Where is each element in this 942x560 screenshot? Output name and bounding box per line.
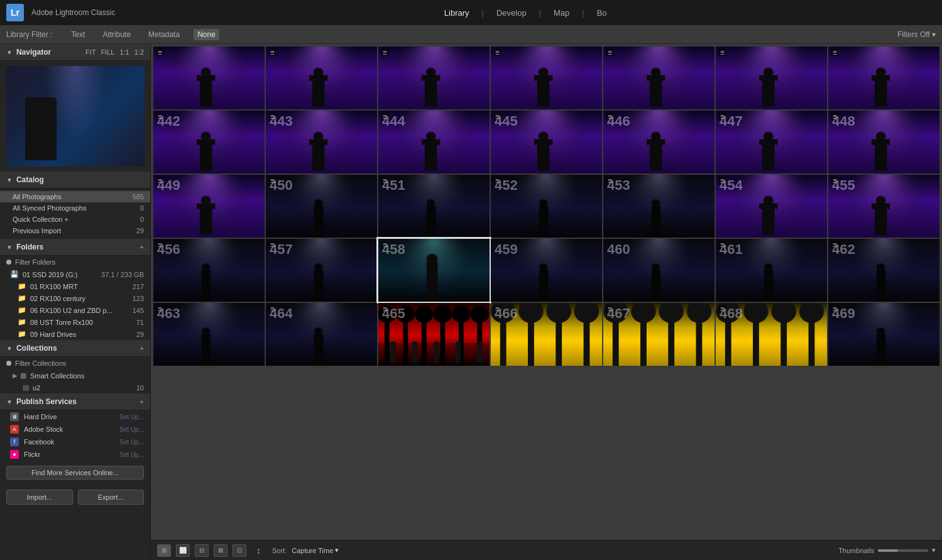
view-compare-btn[interactable]: ⊟ xyxy=(195,544,209,557)
flickr-icon: ● xyxy=(10,450,19,459)
catalog-quick-collection[interactable]: Quick Collection + 0 xyxy=(0,214,150,225)
zoom-1-1[interactable]: 1:1 xyxy=(119,48,129,56)
view-loupe-btn[interactable]: ⬜ xyxy=(176,544,190,557)
photo-cell-459[interactable]: 459 xyxy=(491,239,602,302)
filter-metadata[interactable]: Metadata xyxy=(145,29,183,40)
photo-cell-446[interactable]: 446☰ xyxy=(603,111,715,173)
photo-cell-453[interactable]: 453☰ xyxy=(603,175,715,238)
smart-collections[interactable]: ▶ ▦ Smart Collections xyxy=(0,370,150,382)
folder-rx100-century[interactable]: 📁 02 RX100 century 123 xyxy=(0,292,150,304)
badge-icon-444: ☰ xyxy=(383,114,387,120)
photo-cell-[interactable]: ☰ xyxy=(491,47,602,109)
photo-cell-445[interactable]: 445☰ xyxy=(491,111,602,173)
nav-develop[interactable]: Develop xyxy=(496,8,527,18)
export-button[interactable]: Export... xyxy=(78,490,145,505)
photo-cell-468[interactable]: 468☰ xyxy=(716,303,827,366)
folder-rx100-mrt[interactable]: 📁 01 RX100 MRT 217 xyxy=(0,280,150,292)
photo-cell-461[interactable]: 461☰ xyxy=(716,239,827,302)
view-people-btn[interactable]: ⊡ xyxy=(233,544,246,557)
filters-off[interactable]: Filters Off ▾ xyxy=(897,30,936,39)
photo-cell-447[interactable]: 447☰ xyxy=(716,111,827,173)
collections-add-btn[interactable]: + xyxy=(140,344,144,352)
photo-cell-458[interactable]: 458☰ xyxy=(378,239,490,302)
photo-thumb-456 xyxy=(153,239,265,302)
import-button[interactable]: Import... xyxy=(6,490,73,505)
sync-icon[interactable]: ↕ xyxy=(256,546,261,556)
photo-cell-465[interactable]: 465☰ xyxy=(378,303,490,366)
photo-cell-443[interactable]: 443☰ xyxy=(266,111,377,173)
sort-value[interactable]: Capture Time ▾ xyxy=(292,546,339,554)
publish-flickr-setup[interactable]: Set Up... xyxy=(119,451,144,458)
catalog-header[interactable]: ▼ Catalog xyxy=(0,172,150,189)
find-more-btn[interactable]: Find More Services Online... xyxy=(6,466,144,480)
folder-ust-torre[interactable]: 📁 08 UST Torre Rx100 71 xyxy=(0,316,150,328)
photo-cell-469[interactable]: 469☰ xyxy=(828,303,939,366)
publish-services-header[interactable]: ▼ Publish Services + xyxy=(0,393,150,410)
nav-map[interactable]: Map xyxy=(554,8,569,18)
sort-controls: Sort: Capture Time ▾ xyxy=(272,546,339,554)
photo-cell-464[interactable]: 464☰ xyxy=(266,303,377,366)
filter-text[interactable]: Text xyxy=(67,29,89,40)
photo-cell-[interactable]: ☰ xyxy=(603,47,715,109)
catalog-synced-photos[interactable]: All Synced Photographs 0 xyxy=(0,202,150,214)
publish-hd[interactable]: 🖥 Hard Drive Set Up... xyxy=(0,410,150,423)
view-grid-btn[interactable]: ⊞ xyxy=(157,544,171,557)
photo-cell-449[interactable]: 449☰ xyxy=(153,175,265,238)
photo-cell-456[interactable]: 456☰ xyxy=(153,239,265,302)
thumbnail-slider[interactable] xyxy=(878,549,928,552)
collections-header[interactable]: ▼ Collections + xyxy=(0,340,150,357)
catalog-previous-import[interactable]: Previous Import 29 xyxy=(0,225,150,236)
photo-cell-466[interactable]: 466☰ xyxy=(491,303,602,366)
filter-none[interactable]: None xyxy=(194,29,219,40)
catalog-all-photos[interactable]: All Photographs 585 xyxy=(0,191,150,202)
publish-add-btn[interactable]: + xyxy=(140,398,144,405)
publish-hd-setup[interactable]: Set Up... xyxy=(119,414,144,420)
u2-coll-icon: ▤ xyxy=(23,383,29,392)
photo-cell-454[interactable]: 454☰ xyxy=(716,175,827,238)
folders-add-btn[interactable]: + xyxy=(140,243,144,251)
drive-item[interactable]: 💾 01 SSD 2019 (G:) 37.1 / 233 GB xyxy=(0,268,150,280)
publish-fb[interactable]: f Facebook Set Up... xyxy=(0,436,150,448)
publish-stock-setup[interactable]: Set Up... xyxy=(119,426,144,433)
filter-attribute[interactable]: Attribute xyxy=(99,29,134,40)
photo-cell-[interactable]: ☰ xyxy=(378,47,490,109)
publish-stock[interactable]: A Adobe Stock Set Up... xyxy=(0,423,150,436)
photo-cell-457[interactable]: 457☰ xyxy=(266,239,377,302)
nav-book[interactable]: Bo xyxy=(597,8,607,18)
photo-cell-467[interactable]: 467☰ xyxy=(603,303,715,366)
photo-cell-455[interactable]: 455☰ xyxy=(828,175,939,238)
photo-cell-442[interactable]: 442☰ xyxy=(153,111,265,173)
drive-name: 01 SSD 2019 (G:) xyxy=(23,271,101,278)
photo-badge-442: ☰ xyxy=(156,113,163,121)
u2-collection[interactable]: ▤ u2 10 xyxy=(0,382,150,393)
photo-cell-444[interactable]: 444☰ xyxy=(378,111,490,173)
publish-fb-setup[interactable]: Set Up... xyxy=(119,439,144,446)
photo-thumb-446 xyxy=(603,111,715,173)
photo-cell-448[interactable]: 448☰ xyxy=(828,111,939,173)
photo-cell-462[interactable]: 462☰ xyxy=(828,239,939,302)
photo-cell-[interactable]: ☰ xyxy=(266,47,377,109)
drive-icon: 💾 xyxy=(10,270,19,278)
zoom-fill[interactable]: FILL xyxy=(101,48,114,56)
photo-cell-450[interactable]: 450☰ xyxy=(266,175,377,238)
thumb-expand-icon[interactable]: ▾ xyxy=(932,546,936,554)
zoom-fit[interactable]: FIT xyxy=(85,48,96,56)
photo-thumb-455 xyxy=(828,175,939,238)
publish-flickr[interactable]: ● Flickr Set Up... xyxy=(0,448,150,461)
photo-cell-452[interactable]: 452☰ xyxy=(491,175,602,238)
folder-rx100-u2[interactable]: 📁 06 RX100 U2 and ZBD p... 145 xyxy=(0,304,150,316)
photo-cell-463[interactable]: 463☰ xyxy=(153,303,265,366)
photo-cell-[interactable]: ☰ xyxy=(828,47,939,109)
photo-thumb-463 xyxy=(153,303,265,366)
photo-cell-[interactable]: ☰ xyxy=(716,47,827,109)
zoom-1-2[interactable]: 1:2 xyxy=(134,48,144,56)
left-panel: ▼ Navigator FIT FILL 1:1 1:2 ▼ Catalog A… xyxy=(0,44,151,560)
folders-header[interactable]: ▼ Folders + xyxy=(0,239,150,256)
photo-cell-460[interactable]: 460 xyxy=(603,239,715,302)
photo-cell-[interactable]: ☰ xyxy=(153,47,265,109)
view-survey-btn[interactable]: ⊠ xyxy=(214,544,227,557)
navigator-header[interactable]: ▼ Navigator FIT FILL 1:1 1:2 xyxy=(0,44,150,61)
folder-hard-drives[interactable]: 📁 09 Hard Drives 29 xyxy=(0,328,150,340)
photo-cell-451[interactable]: 451☰ xyxy=(378,175,490,238)
nav-library[interactable]: Library xyxy=(444,8,469,18)
